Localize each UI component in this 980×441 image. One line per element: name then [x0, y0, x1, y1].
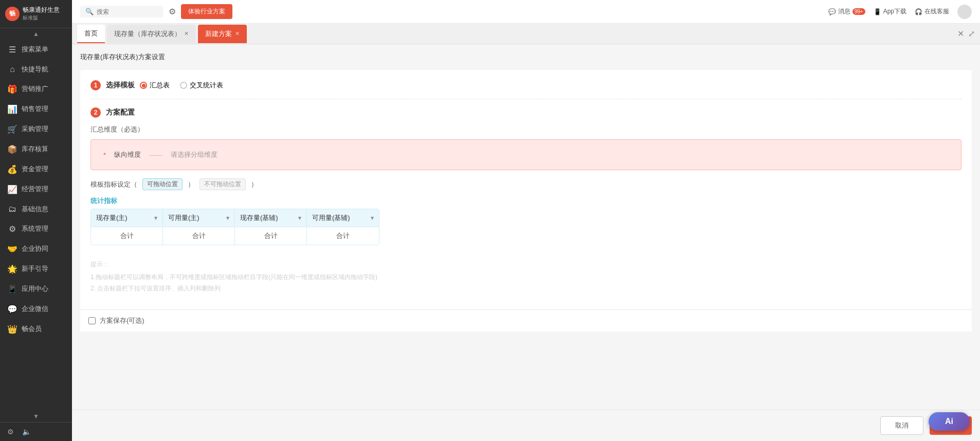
sidebar-scroll-down[interactable]: ▼	[0, 411, 72, 422]
vertical-dim-label: 纵向维度	[114, 150, 141, 159]
message-icon: 💬	[828, 8, 836, 15]
ai-fab-label: Ai	[945, 417, 953, 426]
system-icon: ⚙	[7, 224, 17, 234]
sidebar-item-sales[interactable]: 📊 销售管理	[0, 99, 72, 119]
gear-icon[interactable]: ⚙	[169, 7, 176, 16]
radio-summary-label: 汇总表	[150, 81, 170, 90]
sidebar-item-marketing[interactable]: 🎁 营销推广	[0, 79, 72, 99]
search-input[interactable]	[97, 8, 158, 15]
search-icon: 🔍	[85, 8, 94, 15]
online-service-btn[interactable]: 🎧 在线客服	[915, 7, 949, 16]
sales-icon: 📊	[7, 104, 17, 114]
config-section: 1 选择模板 汇总表 交叉统计表	[80, 70, 972, 309]
window-expand-btn[interactable]: ⤢	[968, 29, 975, 39]
cooperation-icon: 🤝	[7, 244, 17, 254]
radio-cross[interactable]: 交叉统计表	[180, 81, 223, 90]
marketing-icon: 🎁	[7, 84, 17, 94]
sidebar-item-label: 采购管理	[22, 124, 48, 134]
tips-item-0: 1.拖动标题栏可以调整布局，不可跨维度或指标区域拖动栏目字段(只能在同一维度或指…	[90, 272, 961, 283]
step1-num: 1	[90, 80, 101, 90]
inventory-icon: 📦	[7, 144, 17, 154]
dim-placeholder: 请选择分组维度	[171, 150, 217, 159]
stat-table: 现存量(主) ▾ 合计 可用量(主) ▾ 合计	[90, 209, 379, 245]
sidebar-item-cooperation[interactable]: 🤝 企业协同	[0, 239, 72, 259]
online-service-label: 在线客服	[924, 7, 949, 16]
stat-col-1-header[interactable]: 可用量(主) ▾	[163, 209, 234, 227]
sidebar-scroll-up[interactable]: ▲	[0, 28, 72, 40]
sidebar-item-label: 新手引导	[22, 264, 48, 273]
tab-new-scheme-label: 新建方案	[205, 29, 232, 39]
sidebar-item-system[interactable]: ⚙ 系统管理	[0, 219, 72, 239]
sidebar-item-wechat[interactable]: 💬 企业微信	[0, 299, 72, 319]
stat-col-3: 可用量(基辅) ▾ 合计	[307, 209, 379, 245]
content-scroll: 现存量(库存状况表)方案设置 1 选择模板 汇总表 交叉统计表	[72, 44, 980, 410]
radio-summary[interactable]: 汇总表	[140, 81, 170, 90]
topbar-right: 💬 消息 99+ 📱 App下载 🎧 在线客服	[828, 5, 972, 19]
template-radio-group: 汇总表 交叉统计表	[140, 81, 223, 90]
stat-col-2-cell: 合计	[235, 227, 306, 245]
stat-col-3-header[interactable]: 可用量(基辅) ▾	[307, 209, 379, 227]
avatar[interactable]	[957, 5, 972, 19]
tab-inventory-status-label: 现存量（库存状况表）	[114, 29, 181, 39]
app-download-btn[interactable]: 📱 App下载	[874, 7, 906, 16]
stat-table-header: 现存量(主) ▾ 合计 可用量(主) ▾ 合计	[91, 209, 379, 245]
sidebar-item-member[interactable]: 👑 畅会员	[0, 319, 72, 339]
sidebar-item-operations[interactable]: 📈 经营管理	[0, 179, 72, 199]
step1-header: 1 选择模板 汇总表 交叉统计表	[90, 80, 961, 90]
chevron-down-icon-1: ▾	[226, 214, 229, 222]
indicator-settings-label: 模板指标设定（	[90, 180, 137, 189]
window-close-btn[interactable]: ✕	[957, 29, 964, 39]
tab-new-scheme[interactable]: 新建方案 ✕	[198, 25, 247, 43]
trial-btn[interactable]: 体验行业方案	[181, 4, 232, 19]
quick-nav-icon: ⌂	[7, 65, 17, 74]
radio-summary-circle	[140, 82, 147, 89]
message-badge: 99+	[852, 8, 865, 15]
ai-fab-button[interactable]: Ai	[929, 412, 970, 431]
sidebar-item-app-center[interactable]: 📱 应用中心	[0, 279, 72, 299]
non-draggable-tag: 不可拖动位置	[199, 178, 246, 190]
stat-col-2: 现存量(基辅) ▾ 合计	[235, 209, 307, 245]
stat-col-0-header[interactable]: 现存量(主) ▾	[91, 209, 162, 227]
sidebar-bottom: ⚙ 🔈	[0, 422, 72, 441]
finance-icon: 💰	[7, 164, 17, 174]
sidebar-item-label: 企业微信	[22, 304, 48, 314]
speaker-icon[interactable]: 🔈	[22, 428, 31, 436]
topbar-search[interactable]: 🔍	[80, 6, 164, 17]
sidebar-item-inventory[interactable]: 📦 库存核算	[0, 139, 72, 159]
save-section: 方案保存(可选)	[80, 309, 972, 332]
step2-num: 2	[90, 107, 101, 118]
chevron-down-icon-0: ▾	[154, 214, 157, 222]
sidebar-item-basic-info[interactable]: 🗂 基础信息	[0, 199, 72, 219]
save-checkbox[interactable]	[88, 317, 96, 324]
message-btn[interactable]: 💬 消息 99+	[828, 7, 865, 16]
app-download-label: App下载	[883, 7, 906, 16]
tab-home[interactable]: 首页	[77, 25, 105, 43]
tab-new-scheme-close[interactable]: ✕	[235, 30, 240, 37]
purchase-icon: 🛒	[7, 124, 17, 134]
step2-header: 2 方案配置	[90, 107, 961, 118]
sidebar-item-search-menu[interactable]: ☰ 搜索菜单	[0, 40, 72, 60]
radio-cross-circle	[180, 82, 187, 89]
cancel-button[interactable]: 取消	[880, 416, 923, 435]
content: 现存量(库存状况表)方案设置 1 选择模板 汇总表 交叉统计表	[72, 44, 980, 340]
sidebar: 畅 畅康通好生意 标准版 ▲ ☰ 搜索菜单 ⌂ 快捷导航 🎁 营销推广 📊 销售…	[0, 0, 72, 441]
headset-icon: 🎧	[915, 8, 922, 15]
sidebar-item-purchase[interactable]: 🛒 采购管理	[0, 119, 72, 139]
sidebar-item-quick-nav[interactable]: ⌂ 快捷导航	[0, 60, 72, 79]
dimension-select-box[interactable]: * 纵向维度 —— 请选择分组维度	[90, 139, 961, 170]
sidebar-item-finance[interactable]: 💰 资金管理	[0, 159, 72, 179]
app-sub: 标准版	[23, 14, 60, 22]
message-label: 消息	[838, 7, 850, 16]
sidebar-item-new-guide[interactable]: 🌟 新手引导	[0, 259, 72, 279]
tab-inventory-status-close[interactable]: ✕	[184, 30, 189, 37]
indicator-settings: 模板指标设定（ 可拖动位置 ） 不可拖动位置 ）	[90, 178, 961, 190]
chevron-down-icon-2: ▾	[298, 214, 301, 222]
stat-col-2-header[interactable]: 现存量(基辅) ▾	[235, 209, 306, 227]
settings-icon[interactable]: ⚙	[7, 428, 14, 436]
sidebar-item-label: 资金管理	[22, 164, 48, 174]
tab-inventory-status[interactable]: 现存量（库存状况表） ✕	[107, 25, 196, 43]
tips-label: 提示：	[90, 260, 961, 269]
main: 🔍 ⚙ 体验行业方案 💬 消息 99+ 📱 App下载 🎧 在线客服 首页	[72, 0, 980, 441]
step1-title: 选择模板	[106, 81, 135, 90]
required-mark: *	[103, 151, 106, 159]
